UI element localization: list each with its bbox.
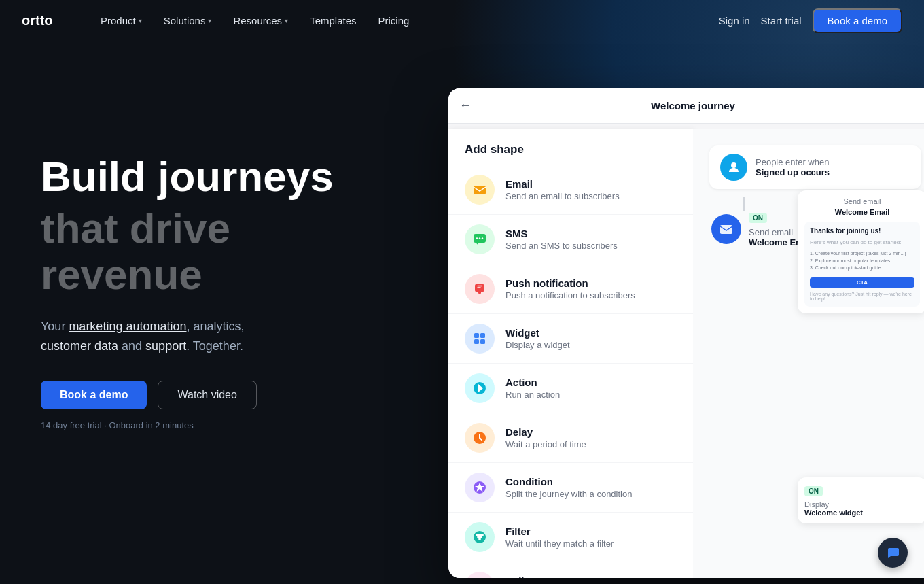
nav-links: Product ▾ Solutions ▾ Resources ▾ Templa…	[91, 11, 719, 31]
customer-data-link[interactable]: customer data	[41, 339, 118, 353]
shape-item-sms[interactable]: SMS Send an SMS to subscribers	[448, 215, 693, 264]
book-demo-button[interactable]: Book a demo	[41, 381, 147, 409]
widget-shape-name: Widget	[505, 327, 677, 339]
sms-shape-icon	[465, 224, 495, 254]
shape-item-push[interactable]: Push notification Push a notification to…	[448, 264, 693, 313]
svg-rect-9	[480, 333, 485, 338]
shape-item-filter[interactable]: Filter Wait until they match a filter	[448, 513, 693, 562]
email-preview-card: Send email Welcome Email Thanks for join…	[798, 190, 924, 313]
connector-line	[743, 197, 745, 211]
nav-pricing[interactable]: Pricing	[369, 11, 419, 31]
hero-trial-note: 14 day free trial · Onboard in 2 minutes	[41, 420, 353, 430]
push-shape-icon	[465, 274, 495, 304]
nav-solutions[interactable]: Solutions ▾	[154, 11, 221, 31]
sms-shape-name: SMS	[505, 228, 677, 239]
condition-shape-name: Condition	[505, 476, 677, 487]
shape-item-action[interactable]: Action Run an action	[448, 364, 693, 413]
split-shape-name: Split	[505, 575, 677, 578]
logo[interactable]: ortto	[22, 13, 69, 28]
push-shape-desc: Push a notification to subscribers	[505, 290, 677, 300]
hero-heading-1: Build journeys	[41, 154, 353, 200]
shape-item-widget[interactable]: Widget Display a widget	[448, 314, 693, 363]
delay-shape-name: Delay	[505, 426, 677, 438]
svg-rect-18	[720, 225, 732, 234]
chevron-down-icon: ▾	[139, 17, 142, 24]
svg-rect-8	[474, 333, 479, 338]
chevron-down-icon: ▾	[208, 17, 211, 24]
journey-header: ← Welcome journey	[448, 88, 924, 124]
nav-book-demo-button[interactable]: Book a demo	[813, 8, 902, 33]
entry-icon	[720, 154, 747, 181]
delay-shape-icon	[465, 423, 495, 453]
svg-point-4	[479, 237, 480, 239]
chevron-down-icon: ▾	[285, 17, 288, 24]
on-badge: ON	[749, 213, 767, 223]
svg-point-3	[476, 237, 478, 239]
svg-rect-10	[474, 339, 479, 344]
start-trial-link[interactable]: Start trial	[761, 15, 802, 27]
on-badge-2: ON	[804, 486, 823, 496]
add-shape-panel: Add shape Email Send an email to subscri…	[448, 129, 693, 578]
hero-heading-2: that drive revenue	[41, 205, 353, 298]
back-button[interactable]: ←	[459, 99, 472, 113]
hero-right: ← Welcome journey Add shape Email Send a…	[421, 68, 924, 584]
email-node-icon	[711, 214, 741, 244]
journey-window: ← Welcome journey Add shape Email Send a…	[448, 88, 924, 578]
marketing-automation-link[interactable]: marketing automation	[69, 320, 186, 333]
shape-item-email[interactable]: Email Send an email to subscribers	[448, 165, 693, 214]
svg-rect-1	[474, 186, 486, 194]
action-shape-icon	[465, 373, 495, 403]
svg-rect-11	[480, 339, 485, 344]
chat-bubble[interactable]	[878, 538, 908, 568]
entry-bold: Signed up occurs	[756, 167, 830, 177]
navbar: ortto Product ▾ Solutions ▾ Resources ▾ …	[0, 0, 924, 41]
shape-item-condition[interactable]: Condition Split the journey with a condi…	[448, 463, 693, 512]
svg-point-17	[731, 162, 736, 168]
split-shape-icon	[465, 572, 495, 578]
svg-point-5	[482, 237, 483, 239]
nav-resources[interactable]: Resources ▾	[224, 11, 298, 31]
svg-rect-7	[478, 292, 481, 294]
hero-buttons: Book a demo Watch video	[41, 381, 353, 409]
hero-left: Build journeys that drive revenue Your m…	[0, 0, 394, 584]
condition-shape-icon	[465, 473, 495, 502]
widget-shape-icon	[465, 324, 495, 354]
entry-text: People enter when	[756, 157, 830, 167]
filter-shape-name: Filter	[505, 526, 677, 537]
svg-text:ortto: ortto	[22, 13, 53, 28]
filter-shape-icon	[465, 522, 495, 552]
nav-product[interactable]: Product ▾	[91, 11, 152, 31]
journey-title: Welcome journey	[651, 100, 735, 111]
action-shape-desc: Run an action	[505, 390, 677, 400]
entry-node: People enter when Signed up occurs	[709, 145, 921, 189]
nav-templates[interactable]: Templates	[300, 11, 366, 31]
nav-right: Sign in Start trial Book a demo	[719, 8, 902, 33]
action-shape-name: Action	[505, 377, 677, 388]
condition-shape-desc: Split the journey with a condition	[505, 489, 677, 499]
widget-shape-desc: Display a widget	[505, 340, 677, 350]
add-shape-title: Add shape	[448, 129, 693, 165]
push-shape-name: Push notification	[505, 277, 677, 289]
support-link[interactable]: support	[145, 339, 186, 353]
hero-description: Your marketing automation, analytics, cu…	[41, 317, 353, 356]
shape-item-split[interactable]: Split Split the journey with percentages	[448, 562, 693, 578]
journey-content-right: People enter when Signed up occurs ON Se…	[693, 129, 924, 578]
watch-video-button[interactable]: Watch video	[158, 381, 256, 409]
widget-node-card: ON Display Welcome widget	[798, 477, 924, 523]
email-shape-icon	[465, 175, 495, 205]
email-shape-name: Email	[505, 178, 677, 190]
sms-shape-desc: Send an SMS to subscribers	[505, 241, 677, 251]
signin-link[interactable]: Sign in	[719, 15, 750, 27]
shape-item-delay[interactable]: Delay Wait a period of time	[448, 413, 693, 462]
filter-shape-desc: Wait until they match a filter	[505, 538, 677, 549]
delay-shape-desc: Wait a period of time	[505, 439, 677, 449]
email-shape-desc: Send an email to subscribers	[505, 191, 677, 201]
